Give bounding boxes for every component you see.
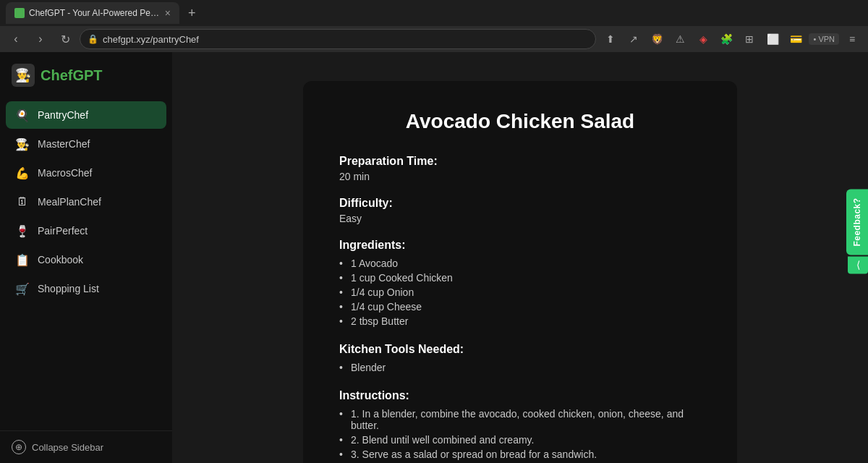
browser-chrome: ChefGPT - Your AI-Powered Pers... × + ‹ … xyxy=(0,0,868,52)
new-tab-button[interactable]: + xyxy=(182,6,202,21)
list-item: 1/4 cup Cheese xyxy=(339,300,701,314)
sidebar-item-cookbook[interactable]: 📋 Cookbook xyxy=(6,246,166,273)
prep-time-section: Preparation Time: 20 min xyxy=(339,155,701,182)
sidebar-item-pantry-chef[interactable]: 🍳 PantryChef xyxy=(6,101,166,129)
list-item: Blender xyxy=(339,360,701,375)
extensions-button[interactable]: 🧩 xyxy=(716,29,736,49)
toolbar-actions: ⬆ ↗ 🦁 ⚠ ◈ 🧩 ⊞ ⬜ 💳 • VPN ≡ xyxy=(600,29,862,49)
meal-plan-chef-icon: 🗓 xyxy=(14,194,30,210)
back-button[interactable]: ‹ xyxy=(6,29,26,49)
macros-chef-icon: 💪 xyxy=(14,165,30,181)
logo-suffix: GPT xyxy=(72,67,102,83)
recipe-title: Avocado Chicken Salad xyxy=(339,110,701,133)
tab-close-button[interactable]: × xyxy=(165,7,171,19)
recipe-card: Avocado Chicken Salad Preparation Time: … xyxy=(303,81,737,463)
menu-button[interactable]: ≡ xyxy=(842,29,862,49)
logo-text: ChefGPT xyxy=(41,67,103,84)
collapse-label: Collapse Sidebar xyxy=(32,442,103,453)
extension-red-icon[interactable]: ◈ xyxy=(693,29,713,49)
list-item: 2 tbsp Butter xyxy=(339,314,701,328)
reload-button[interactable]: ↻ xyxy=(55,29,75,49)
lock-icon: 🔒 xyxy=(88,34,98,44)
list-item: 1 cup Cooked Chicken xyxy=(339,271,701,285)
tab-title: ChefGPT - Your AI-Powered Pers... xyxy=(29,8,161,18)
sidebar-item-master-chef[interactable]: 👨‍🍳 MasterChef xyxy=(6,130,166,158)
wallet-button[interactable]: 💳 xyxy=(786,29,806,49)
logo-icon: 👨‍🍳 xyxy=(12,64,35,87)
feedback-tab[interactable]: Feedback? xyxy=(846,189,868,255)
tools-list: Blender xyxy=(339,360,701,375)
sidebar-footer: ⊕ Collapse Sidebar xyxy=(0,430,172,463)
instructions-label: Instructions: xyxy=(339,389,701,402)
url-text: chefgpt.xyz/pantryChef xyxy=(103,34,199,45)
sidebar: 👨‍🍳 ChefGPT 🍳 PantryChef 👨‍🍳 MasterChef … xyxy=(0,52,172,463)
tab-favicon xyxy=(14,8,25,18)
prep-time-label: Preparation Time: xyxy=(339,155,701,168)
address-bar[interactable]: 🔒 chefgpt.xyz/pantryChef xyxy=(80,29,596,49)
list-item: 2. Blend until well combined and creamy. xyxy=(339,433,701,447)
list-item: 1/4 cup Onion xyxy=(339,285,701,300)
instructions-section: Instructions: 1. In a blender, combine t… xyxy=(339,389,701,462)
sidebar-item-pair-perfect[interactable]: 🍷 PairPerfect xyxy=(6,217,166,245)
tools-label: Kitchen Tools Needed: xyxy=(339,343,701,356)
collapse-sidebar-button[interactable]: ⊕ Collapse Sidebar xyxy=(12,440,161,454)
list-item: 1 Avocado xyxy=(339,256,701,271)
shopping-list-icon: 🛒 xyxy=(14,281,30,297)
ingredients-list: 1 Avocado 1 cup Cooked Chicken 1/4 cup O… xyxy=(339,256,701,328)
sidebar-item-label-pair-perfect: PairPerfect xyxy=(38,225,88,237)
instructions-list: 1. In a blender, combine the avocado, co… xyxy=(339,407,701,462)
extension-brave-icon[interactable]: 🦁 xyxy=(647,29,667,49)
sidebar-item-label-master-chef: MasterChef xyxy=(38,138,90,150)
sidebar-item-meal-plan-chef[interactable]: 🗓 MealPlanChef xyxy=(6,188,166,216)
extension-warn-icon[interactable]: ⚠ xyxy=(670,29,690,49)
ingredients-section: Ingredients: 1 Avocado 1 cup Cooked Chic… xyxy=(339,239,701,328)
ingredients-label: Ingredients: xyxy=(339,239,701,252)
difficulty-label: Difficulty: xyxy=(339,197,701,210)
sidebar-item-macros-chef[interactable]: 💪 MacrosChef xyxy=(6,159,166,187)
cookbook-icon: 📋 xyxy=(14,252,30,268)
main-content: Avocado Chicken Salad Preparation Time: … xyxy=(172,52,868,463)
sidebar-item-shopping-list[interactable]: 🛒 Shopping List xyxy=(6,275,166,302)
sidebar-item-label-macros-chef: MacrosChef xyxy=(38,167,92,179)
logo: 👨‍🍳 ChefGPT xyxy=(0,64,172,101)
sidebar-item-label-cookbook: Cookbook xyxy=(38,254,83,266)
collapse-icon: ⊕ xyxy=(12,440,26,454)
tab-bar: ChefGPT - Your AI-Powered Pers... × + xyxy=(0,0,868,26)
master-chef-icon: 👨‍🍳 xyxy=(14,136,30,152)
sidebar-item-label-pantry-chef: PantryChef xyxy=(38,109,88,121)
difficulty-section: Difficulty: Easy xyxy=(339,197,701,224)
list-item: 1. In a blender, combine the avocado, co… xyxy=(339,407,701,433)
screenshot-button[interactable]: ⬜ xyxy=(762,29,783,49)
feedback-label: Feedback? xyxy=(852,197,862,246)
app-container: 👨‍🍳 ChefGPT 🍳 PantryChef 👨‍🍳 MasterChef … xyxy=(0,52,868,463)
toolbar: ‹ › ↻ 🔒 chefgpt.xyz/pantryChef ⬆ ↗ 🦁 ⚠ ◈… xyxy=(0,26,868,52)
pantry-chef-icon: 🍳 xyxy=(14,107,30,123)
sidebar-item-label-shopping-list: Shopping List xyxy=(38,283,99,294)
share-button[interactable]: ↗ xyxy=(624,29,644,49)
pair-perfect-icon: 🍷 xyxy=(14,223,30,239)
sidebar-item-label-meal-plan-chef: MealPlanChef xyxy=(38,196,101,208)
download-button[interactable]: ⬆ xyxy=(600,29,621,49)
sidebar-toggle-button[interactable]: ⊞ xyxy=(739,29,760,49)
sidebar-nav: 🍳 PantryChef 👨‍🍳 MasterChef 💪 MacrosChef… xyxy=(0,101,172,430)
active-tab[interactable]: ChefGPT - Your AI-Powered Pers... × xyxy=(6,2,179,24)
prep-time-value: 20 min xyxy=(339,171,701,182)
feedback-toggle-button[interactable]: ⟨ xyxy=(848,257,868,274)
difficulty-value: Easy xyxy=(339,213,701,224)
logo-prefix: Chef xyxy=(41,67,72,83)
list-item: 3. Serve as a salad or spread on bread f… xyxy=(339,447,701,462)
tools-section: Kitchen Tools Needed: Blender xyxy=(339,343,701,375)
vpn-badge[interactable]: • VPN xyxy=(809,33,839,45)
forward-button[interactable]: › xyxy=(30,29,51,49)
